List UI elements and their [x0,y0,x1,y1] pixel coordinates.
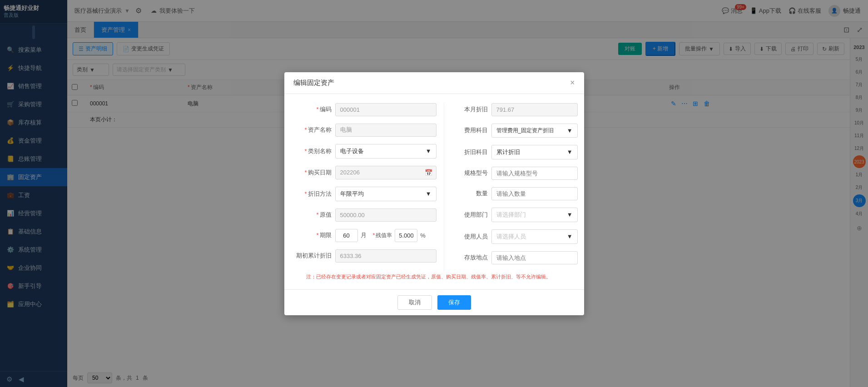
calendar-icon: 📅 [421,166,436,179]
category-select[interactable]: 电子设备 ▼ [335,144,436,159]
department-select[interactable]: 请选择部门 ▼ [491,208,578,222]
form-row-monthly-depr: 本月折旧 [451,103,578,116]
location-input[interactable] [491,251,578,264]
chevron-down-icon: ▼ [567,233,573,240]
form-row-quantity: 数量 [451,187,578,200]
cancel-button[interactable]: 取消 [397,295,432,310]
depr-method-select[interactable]: 年限平均 ▼ [335,187,436,201]
form-left: *编码 *资产名称 *类别名称 电子设备 ▼ [295,103,444,272]
chevron-down-icon: ▼ [567,149,573,155]
save-button[interactable]: 保存 [437,295,471,310]
chevron-down-icon: ▼ [567,127,573,134]
modal-close-button[interactable]: × [570,79,575,87]
form-row-code: *编码 [295,103,436,116]
initial-depr-input[interactable] [335,249,436,263]
form-row-user: 使用人员 请选择人员 ▼ [451,229,578,244]
modal-overlay: 编辑固定资产 × *编码 *资产名称 [0,0,868,387]
residual-rate-input[interactable] [395,229,417,242]
chevron-down-icon: ▼ [567,211,573,218]
chevron-down-icon: ▼ [426,190,432,197]
form-row-depr-account: 折旧科目 累计折旧 ▼ [451,145,578,159]
modal-title: 编辑固定资产 [293,79,334,87]
form-row-expense-account: 费用科目 管理费用_固定资产折旧 ▼ [451,124,578,138]
original-value-input[interactable] [335,208,436,222]
form-row-category: *类别名称 电子设备 ▼ [295,144,436,159]
modal-body: *编码 *资产名称 *类别名称 电子设备 ▼ [284,94,584,289]
period-input[interactable] [335,229,358,242]
spec-input[interactable] [491,167,578,180]
form-row-department: 使用部门 请选择部门 ▼ [451,208,578,222]
name-input[interactable] [335,124,436,137]
purchase-date-input[interactable]: 📅 [335,166,436,179]
depr-account-select[interactable]: 累计折旧 ▼ [491,145,578,159]
form-right: 本月折旧 费用科目 管理费用_固定资产折旧 ▼ 折旧科目 [444,103,578,272]
form-grid: *编码 *资产名称 *类别名称 电子设备 ▼ [295,103,573,272]
form-note: 注：已经存在变更记录或者对应固定资产已经生成凭证，原值、购买日期、残值率、累计折… [295,273,573,280]
form-row-original-value: *原值 [295,208,436,222]
code-input[interactable] [335,103,436,116]
form-row-name: *资产名称 [295,124,436,137]
form-row-depr-method: *折旧方法 年限平均 ▼ [295,187,436,201]
form-row-purchase-date: *购买日期 📅 [295,166,436,179]
quantity-input[interactable] [491,187,578,200]
chevron-down-icon: ▼ [426,148,432,154]
period-group: 月 *残值率 % [335,229,436,242]
monthly-depr-input [491,103,578,116]
expense-account-select[interactable]: 管理费用_固定资产折旧 ▼ [491,124,578,138]
modal-header: 编辑固定资产 × [284,72,584,94]
form-row-spec: 规格型号 [451,167,578,180]
form-row-initial-depr: 期初累计折旧 [295,249,436,263]
modal-footer: 取消 保存 [284,289,584,315]
edit-asset-modal: 编辑固定资产 × *编码 *资产名称 [284,72,584,315]
form-row-period: *期限 月 *残值率 % [295,229,436,242]
user-select[interactable]: 请选择人员 ▼ [491,229,578,244]
form-row-location: 存放地点 [451,251,578,264]
